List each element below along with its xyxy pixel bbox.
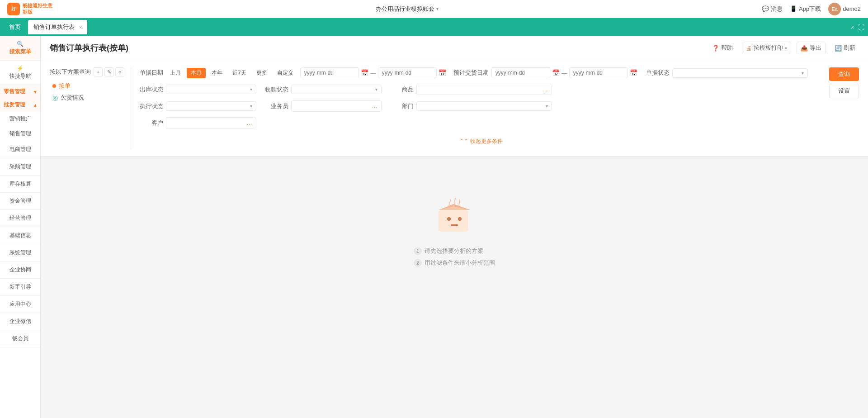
sidebar-item-purchase[interactable]: 采购管理: [0, 158, 40, 176]
sidebar-item-finance[interactable]: 资金管理: [0, 193, 40, 210]
date-to-input[interactable]: [378, 67, 437, 78]
filter-panel-inner: 按以下方案查询 + ✎ «: [50, 67, 859, 149]
logo-area: 好 畅捷通好生意 标版: [7, 3, 52, 15]
message-button[interactable]: 💬 消息: [762, 5, 783, 13]
user-profile[interactable]: Ea demo2: [828, 3, 861, 15]
export-button[interactable]: 📤 导出: [797, 42, 826, 54]
scheme-edit-button[interactable]: ✎: [104, 67, 113, 76]
sidebar-item-search[interactable]: 🔍 搜索菜单: [0, 36, 40, 61]
main-layout: 🔍 搜索菜单 ⚡ 快捷导航 零售管理 ▾ 批发管理 ▴ 营销推广 销售管理 电商…: [0, 36, 868, 418]
window-controls: × ⛶: [851, 24, 864, 31]
sidebar-item-retail[interactable]: 零售管理 ▾: [0, 85, 40, 98]
date-from-input[interactable]: [300, 67, 359, 78]
department-select[interactable]: ▾: [416, 101, 552, 111]
sidebar-item-basic-info[interactable]: 基础信息: [0, 227, 40, 244]
payment-status-label: 收款状态: [264, 86, 288, 94]
content-area: 销售订单执行表(按单) ❓ 帮助 🖨 按模板打印 ▾ 📤 导出 🔄 刷新: [41, 36, 868, 418]
prev-month-btn[interactable]: 上月: [166, 68, 185, 78]
sidebar-item-marketing[interactable]: 营销推广: [0, 111, 40, 126]
sidebar-item-operations[interactable]: 经营管理: [0, 210, 40, 227]
scheme-header: 按以下方案查询 + ✎ «: [50, 67, 125, 76]
product-more-icon[interactable]: …: [542, 86, 548, 93]
salesperson-more-icon[interactable]: …: [372, 103, 377, 109]
expected-from-input[interactable]: [491, 67, 550, 78]
empty-icon: [432, 193, 477, 238]
maximize-button[interactable]: ⛶: [858, 24, 864, 31]
expected-delivery-range: 📅 — 📅: [491, 67, 637, 78]
scheme-add-button[interactable]: +: [94, 67, 103, 76]
expected-delivery-label: 预计交货日期: [453, 69, 489, 77]
svg-line-4: [454, 198, 455, 204]
sidebar-item-enterprise-collab[interactable]: 企业协同: [0, 261, 40, 279]
export-icon: 📤: [801, 45, 808, 52]
customer-more-icon[interactable]: …: [246, 119, 252, 126]
sidebar-item-sales[interactable]: 销售管理: [0, 126, 40, 141]
page-title: 销售订单执行表(按单): [50, 43, 128, 53]
salesperson-select[interactable]: …: [291, 100, 382, 112]
sidebar-item-new-user[interactable]: 新手引导: [0, 279, 40, 296]
expected-to-input[interactable]: [569, 67, 628, 78]
sidebar-item-wholesale[interactable]: 批发管理 ▴: [0, 98, 40, 111]
sidebar-item-system[interactable]: 系统管理: [0, 244, 40, 261]
tab-sales-execution[interactable]: 销售订单执行表 ×: [28, 20, 87, 34]
help-button[interactable]: ❓ 帮助: [708, 42, 736, 54]
tabbar: 首页 销售订单执行表 × × ⛶: [0, 18, 868, 36]
minimize-button[interactable]: ×: [851, 24, 854, 31]
query-button[interactable]: 查询: [829, 67, 859, 81]
expected-cal-to-icon[interactable]: 📅: [630, 69, 637, 76]
cur-year-btn[interactable]: 本年: [208, 68, 226, 78]
delivery-status-label: 出库状态: [138, 86, 163, 94]
logo-icon: 好: [7, 3, 20, 15]
app-download-button[interactable]: 📱 App下载: [790, 5, 821, 13]
more-dates-btn[interactable]: 更多: [252, 68, 271, 78]
topbar-center: 办公用品行业模拟账套 ▾: [376, 5, 439, 13]
sidebar-item-quicknav[interactable]: ⚡ 快捷导航: [0, 61, 40, 85]
settings-button[interactable]: 设置: [829, 84, 859, 98]
recent7-btn[interactable]: 近7天: [228, 68, 250, 78]
execution-status-select[interactable]: ▾: [166, 101, 256, 111]
scheme-collapse-button[interactable]: «: [115, 67, 124, 76]
tab-home[interactable]: 首页: [4, 20, 26, 34]
cur-month-btn[interactable]: 本月: [187, 68, 206, 78]
customer-select[interactable]: …: [166, 117, 256, 128]
sidebar-item-inventory[interactable]: 库存核算: [0, 176, 40, 193]
filter-row-2: 出库状态 ▾ 收款状态 ▾: [138, 84, 824, 95]
svg-point-7: [458, 217, 462, 221]
delivery-status-field: 出库状态 ▾: [138, 85, 256, 94]
scheme-item-by-order[interactable]: 按单: [50, 80, 125, 92]
expected-delivery-field: 预计交货日期 📅 — 📅: [453, 67, 637, 78]
topbar: 好 畅捷通好生意 标版 办公用品行业模拟账套 ▾ 💬 消息 📱 App下载 Ea…: [0, 0, 868, 18]
sidebar-item-enterprise-wechat[interactable]: 企业微信: [0, 313, 40, 330]
custom-date-btn[interactable]: 自定义: [273, 68, 297, 78]
print-button[interactable]: 🖨 按模板打印 ▾: [742, 42, 791, 54]
refresh-icon: 🔄: [835, 45, 842, 52]
product-select[interactable]: …: [416, 84, 552, 95]
tab-close-icon[interactable]: ×: [79, 24, 82, 30]
date-range-inputs: 📅 — 📅: [300, 67, 446, 78]
logo-text: 畅捷通好生意 标版: [23, 3, 52, 14]
expected-cal-from-icon[interactable]: 📅: [552, 69, 560, 76]
calendar-to-icon[interactable]: 📅: [439, 69, 446, 76]
sidebar-item-ecommerce[interactable]: 电商管理: [0, 141, 40, 158]
refresh-button[interactable]: 🔄 刷新: [831, 42, 859, 54]
product-label: 商品: [389, 86, 414, 94]
empty-hint-1: 1 请先选择要分析的方案: [414, 247, 495, 255]
scheme-active-dot: [52, 84, 56, 88]
collapse-more-bar[interactable]: ⌃⌃ 收起更多条件: [138, 134, 824, 149]
nav-dropdown-arrow[interactable]: ▾: [436, 6, 439, 11]
svg-rect-8: [451, 224, 458, 226]
message-icon: 💬: [762, 5, 769, 12]
bill-status-select[interactable]: ▾: [672, 68, 808, 78]
empty-state: 1 请先选择要分析的方案 2 用过滤条件来缩小分析范围: [41, 157, 868, 303]
payment-status-select[interactable]: ▾: [291, 85, 382, 94]
svg-line-5: [459, 200, 460, 205]
salesperson-field: 业务员 …: [264, 100, 382, 112]
sidebar-item-app-center[interactable]: 应用中心: [0, 296, 40, 313]
delivery-status-select[interactable]: ▾: [166, 85, 256, 94]
scheme-item-shortage[interactable]: ◎ 欠货情况: [50, 92, 125, 104]
nav-title: 办公用品行业模拟账套: [376, 5, 434, 13]
calendar-from-icon[interactable]: 📅: [361, 69, 368, 76]
sidebar-item-vip[interactable]: 畅会员: [0, 330, 40, 347]
filter-row-1: 单据日期 上月 本月 本年 近7天 更多 自定义 �: [138, 67, 824, 78]
bill-status-arrow: ▾: [802, 71, 804, 76]
